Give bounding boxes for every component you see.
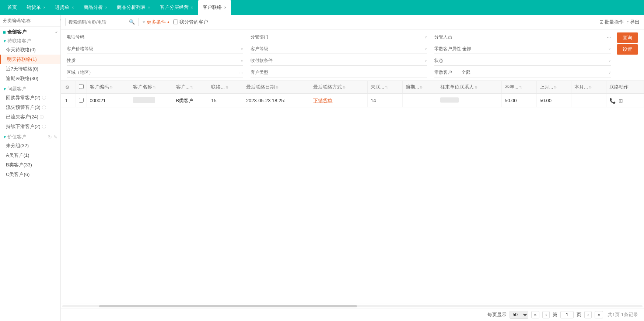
filter-actions: 查询 设置 — [614, 32, 638, 55]
sidebar-item-tomorrow[interactable]: 明天待联络(1) — [0, 55, 60, 64]
nav-item-customer-contact[interactable]: 客户联络 × — [198, 0, 231, 15]
filter-row-4: 区域（地区） ··· 客户类型 零散客户 全部 ∨ — [67, 68, 611, 77]
sort-icon-unit[interactable]: ⇅ — [475, 85, 477, 89]
filter-scatter-customer[interactable]: 零散客户 全部 ∨ — [434, 68, 611, 77]
refresh-icon[interactable]: ↻ — [48, 134, 52, 140]
sidebar-group-label-value[interactable]: ▼ 价值客户 ↻ ✎ — [0, 132, 60, 141]
sort-icon-this-year[interactable]: ⇅ — [519, 85, 522, 89]
search-input[interactable] — [69, 20, 127, 25]
chevron-down-icon-2: ∨ — [241, 47, 243, 51]
nav-item-home[interactable]: 首页 — [3, 0, 21, 15]
sidebar-item-class-b[interactable]: B类客户(33) — [0, 160, 60, 170]
nav-close-goods-list[interactable]: × — [148, 5, 150, 10]
settings-button[interactable]: 设置 — [617, 44, 638, 55]
filter-payment[interactable]: 收付款条件 ∨ — [251, 56, 427, 66]
sort-icon-this-month[interactable]: ⇅ — [589, 85, 592, 89]
sidebar-item-churned[interactable]: 已流失客户(24) ⓘ — [0, 112, 60, 122]
search-icon[interactable]: 🔍 — [129, 19, 135, 25]
last-page-btn[interactable]: » — [595, 311, 603, 318]
select-all-checkbox[interactable] — [79, 84, 84, 89]
td-unlinked: 14 — [368, 94, 403, 107]
next-page-btn[interactable]: › — [584, 311, 592, 318]
sidebar-item-today[interactable]: 今天待联络(0) — [0, 45, 60, 55]
sort-icon-code[interactable]: ⇅ — [110, 85, 113, 89]
sort-icon-method[interactable]: ⇅ — [343, 85, 346, 89]
grid-action-icon[interactable]: ⊞ — [619, 98, 623, 104]
nav-item-purchase[interactable]: 进货单 × — [50, 0, 78, 15]
sidebar-all-customers[interactable]: ■ 全部客户 « — [0, 27, 60, 36]
my-customers-check[interactable] — [173, 20, 178, 24]
sidebar-group-problem: ▼ 问题客户 回购异常客户(2) ⓘ 流失预警客户(3) ⓘ 已流失客户(24)… — [0, 84, 60, 131]
search-input-wrap: 🔍 — [65, 18, 139, 26]
sidebar-item-overdue[interactable]: 逾期未联络(30) — [0, 74, 60, 83]
sidebar-item-class-a[interactable]: A类客户(1) — [0, 151, 60, 160]
filter-price-level[interactable]: 客户价格等级 ∨ — [67, 44, 243, 54]
customer-table: ⚙ 客户编码⇅ 客户名称⇅ 客户...⇅ 联络...⇅ 最后联络日期⇅ 最后联络… — [61, 81, 644, 107]
sort-icon-unlinked[interactable]: ⇅ — [385, 85, 388, 89]
nav-close-purchase[interactable]: × — [71, 5, 74, 10]
more-conditions-btn[interactable]: ▼ 更多条件 ▲ — [142, 19, 170, 25]
sidebar-item-declining[interactable]: 持续下滑客户(2) ⓘ — [0, 122, 60, 131]
nav-item-customer-tier[interactable]: 客户分层经营 × — [155, 0, 197, 15]
sidebar-item-7days[interactable]: 近7天待联络(0) — [0, 64, 60, 74]
sort-icon-overdue[interactable]: ⇅ — [420, 85, 423, 89]
page-suffix: 页 — [577, 311, 581, 318]
horizontal-scrollbar[interactable] — [61, 304, 644, 308]
sidebar-search-input[interactable] — [3, 18, 58, 23]
nav-close-sales[interactable]: × — [43, 5, 45, 10]
batch-ops-btn[interactable]: ☑ 批量操作 — [599, 19, 624, 25]
nav-close-customer-tier[interactable]: × — [191, 5, 193, 10]
dots-icon[interactable]: ··· — [607, 34, 611, 40]
sidebar-collapse-icon[interactable]: « — [55, 30, 57, 34]
nav-item-goods-list[interactable]: 商品分析列表 × — [112, 0, 154, 15]
td-unit-contact — [437, 94, 502, 107]
th-gear[interactable]: ⚙ — [61, 81, 76, 94]
sidebar-group-value: ▼ 价值客户 ↻ ✎ 未分组(32) A类客户(1) B类客户(33) C类客户… — [0, 132, 60, 179]
pagination: 每页显示 50 100 200 « ‹ 第 页 › » 共1页 1条记录 — [61, 308, 644, 321]
td-this-year: 50.00 — [501, 94, 536, 107]
sidebar-item-class-c[interactable]: C类客户(6) — [0, 170, 60, 179]
last-contact-method-link[interactable]: 下销货单 — [313, 98, 332, 103]
filter-status[interactable]: 状态 ∨ — [434, 56, 611, 66]
filter-phone: 电话号码 — [67, 32, 243, 42]
sort-icon-contact[interactable]: ⇅ — [225, 85, 228, 89]
my-customers-checkbox[interactable]: 我分管的客户 — [173, 19, 208, 25]
sidebar-item-churn-warning[interactable]: 流失预警客户(3) ⓘ — [0, 103, 60, 112]
th-last-month: 上月...⇅ — [536, 81, 571, 94]
sidebar-item-repurchase[interactable]: 回购异常客户(2) ⓘ — [0, 93, 60, 103]
phone-action-icon[interactable]: 📞 — [609, 98, 616, 104]
sort-icon-type[interactable]: ⇅ — [190, 85, 193, 89]
td-contact-count: 15 — [208, 94, 243, 107]
sort-icon-date[interactable]: ⇅ — [276, 85, 279, 89]
filter-scatter-attr[interactable]: 零散客户属性 全部 ∨ — [434, 44, 611, 54]
chevron-down-icon-6: ∨ — [424, 59, 427, 63]
nav-close-goods-analysis[interactable]: × — [105, 5, 107, 10]
sort-icon-last-month[interactable]: ⇅ — [554, 85, 557, 89]
edit-icon[interactable]: ✎ — [53, 134, 57, 140]
prev-page-btn[interactable]: ‹ — [542, 311, 550, 318]
sidebar-group-label-problem[interactable]: ▼ 问题客户 — [0, 84, 60, 93]
sort-icon-name[interactable]: ⇅ — [153, 85, 156, 89]
query-button[interactable]: 查询 — [617, 32, 638, 43]
info-icon-3: ⓘ — [40, 114, 44, 120]
sidebar-item-ungrouped[interactable]: 未分组(32) — [0, 141, 60, 151]
nav-close-customer-contact[interactable]: × — [224, 5, 226, 10]
nav-item-goods-analysis[interactable]: 商品分析 × — [79, 0, 112, 15]
page-size-select[interactable]: 50 100 200 — [510, 311, 528, 319]
dots-icon-2[interactable]: ··· — [239, 70, 243, 75]
first-page-btn[interactable]: « — [531, 311, 540, 318]
top-actions: ☑ 批量操作 ↑ 导出 — [599, 19, 640, 25]
customer-name-blur — [133, 97, 155, 103]
sidebar-group-label-pending[interactable]: ▼ 待联络客户 — [0, 36, 60, 45]
export-btn[interactable]: ↑ 导出 — [627, 19, 640, 25]
unit-contact-blur — [440, 97, 459, 103]
filter-customer-level[interactable]: 客户等级 ∨ — [251, 44, 427, 54]
filter-nature[interactable]: 性质 ∨ — [67, 56, 243, 66]
page-input[interactable] — [560, 311, 574, 318]
nav-item-sales[interactable]: 销货单 × — [22, 0, 50, 15]
scrollbar-thumb[interactable] — [99, 305, 357, 307]
row-checkbox[interactable] — [79, 98, 84, 103]
td-last-month: 50.00 — [536, 94, 571, 107]
chevron-up-icon: ▲ — [167, 20, 170, 24]
filter-dept[interactable]: 分管部门 ∨ — [251, 32, 427, 42]
